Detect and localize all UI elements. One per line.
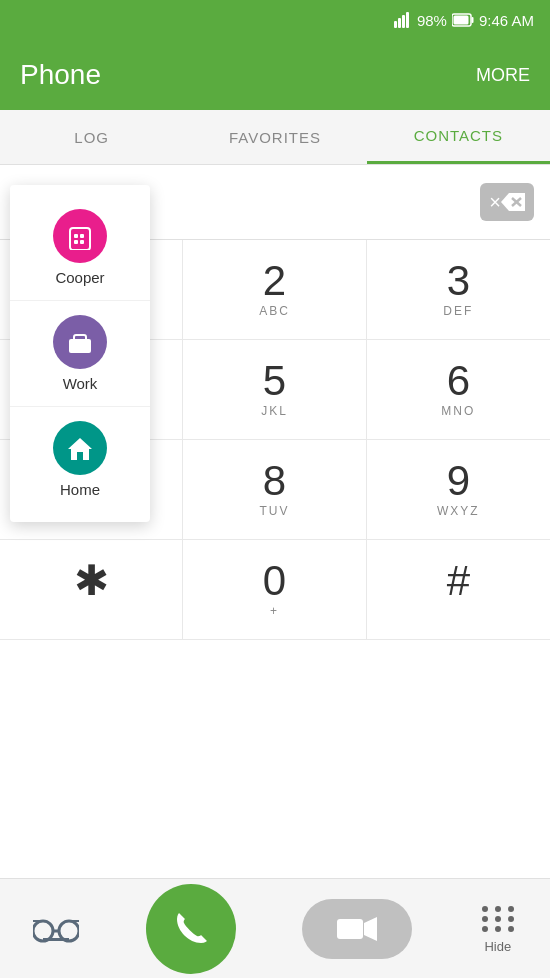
video-icon: [337, 915, 377, 943]
dial-number: 8: [263, 460, 286, 502]
status-bar: 98% 9:46 AM: [0, 0, 550, 40]
svg-rect-5: [471, 17, 473, 23]
svg-point-33: [482, 926, 488, 932]
dial-letters: JKL: [261, 404, 288, 420]
dial-number: ✱: [74, 560, 109, 602]
svg-rect-8: [74, 234, 78, 238]
svg-marker-15: [68, 438, 92, 460]
svg-rect-13: [74, 335, 86, 341]
more-button[interactable]: MORE: [476, 65, 530, 86]
svg-rect-3: [406, 12, 409, 28]
voicemail-icon: [33, 911, 79, 947]
battery-icon: [452, 13, 474, 27]
dial-letters: TUV: [259, 504, 289, 520]
svg-marker-16: [501, 193, 525, 211]
dial-number: 3: [447, 260, 470, 302]
svg-point-28: [495, 906, 501, 912]
hide-label: Hide: [484, 939, 511, 954]
dial-key-5[interactable]: 5JKL: [183, 340, 366, 440]
svg-rect-25: [337, 919, 363, 939]
dial-key-0[interactable]: 0+: [183, 540, 366, 640]
svg-point-27: [482, 906, 488, 912]
status-icons: 98% 9:46 AM: [394, 12, 534, 29]
tab-contacts[interactable]: CONTACTS: [367, 110, 550, 164]
dial-number: 9: [447, 460, 470, 502]
bottom-bar: Hide: [0, 878, 550, 978]
work-label: Work: [63, 375, 98, 392]
svg-marker-26: [364, 917, 377, 941]
tab-bar: LOG FAVORITES CONTACTS: [0, 110, 550, 165]
dial-number: 2: [263, 260, 286, 302]
dial-key-9[interactable]: 9WXYZ: [367, 440, 550, 540]
svg-rect-7: [70, 228, 90, 250]
home-icon-circle: [53, 421, 107, 475]
dial-key-2[interactable]: 2ABC: [183, 240, 366, 340]
svg-rect-0: [394, 21, 397, 28]
dial-letters: WXYZ: [437, 504, 480, 520]
svg-rect-9: [80, 234, 84, 238]
dial-letters: MNO: [441, 404, 475, 420]
popup-item-cooper[interactable]: Cooper: [10, 195, 150, 301]
svg-rect-2: [402, 15, 405, 28]
dial-letters: ABC: [259, 304, 290, 320]
dial-letters: +: [270, 604, 279, 620]
dialpad-grid-icon: [479, 903, 517, 935]
svg-point-30: [482, 916, 488, 922]
dial-key-6[interactable]: 6MNO: [367, 340, 550, 440]
time-text: 9:46 AM: [479, 12, 534, 29]
tab-favorites[interactable]: FAVORITES: [183, 110, 366, 164]
dial-number: 5: [263, 360, 286, 402]
call-button[interactable]: [146, 884, 236, 974]
svg-rect-6: [453, 16, 468, 25]
svg-rect-1: [398, 18, 401, 28]
app-bar: Phone MORE: [0, 40, 550, 110]
work-icon-circle: [53, 315, 107, 369]
voicemail-button[interactable]: [33, 911, 79, 947]
svg-rect-11: [80, 240, 84, 244]
dial-key-8[interactable]: 8TUV: [183, 440, 366, 540]
svg-point-31: [495, 916, 501, 922]
battery-text: 98%: [417, 12, 447, 29]
video-button[interactable]: [302, 899, 412, 959]
dial-key-hash[interactable]: #: [367, 540, 550, 640]
svg-rect-10: [74, 240, 78, 244]
cooper-label: Cooper: [55, 269, 104, 286]
dial-letters: DEF: [443, 304, 473, 320]
hide-button[interactable]: Hide: [479, 903, 517, 954]
popup-item-home[interactable]: Home: [10, 407, 150, 512]
svg-point-34: [495, 926, 501, 932]
cooper-icon: [53, 209, 107, 263]
svg-point-35: [508, 926, 514, 932]
app-title: Phone: [20, 59, 101, 91]
main-content: Cooper Work Home: [0, 165, 550, 878]
home-label: Home: [60, 481, 100, 498]
dial-number: #: [447, 560, 470, 602]
popup-item-work[interactable]: Work: [10, 301, 150, 407]
contact-popup: Cooper Work Home: [10, 185, 150, 522]
dial-number: 6: [447, 360, 470, 402]
dial-key-star[interactable]: ✱: [0, 540, 183, 640]
dial-number: 0: [263, 560, 286, 602]
svg-point-32: [508, 916, 514, 922]
svg-rect-21: [43, 938, 69, 941]
signal-icon: [394, 12, 412, 28]
svg-point-29: [508, 906, 514, 912]
tab-log[interactable]: LOG: [0, 110, 183, 164]
backspace-button[interactable]: [480, 183, 534, 221]
dial-key-3[interactable]: 3DEF: [367, 240, 550, 340]
phone-icon: [171, 909, 211, 949]
